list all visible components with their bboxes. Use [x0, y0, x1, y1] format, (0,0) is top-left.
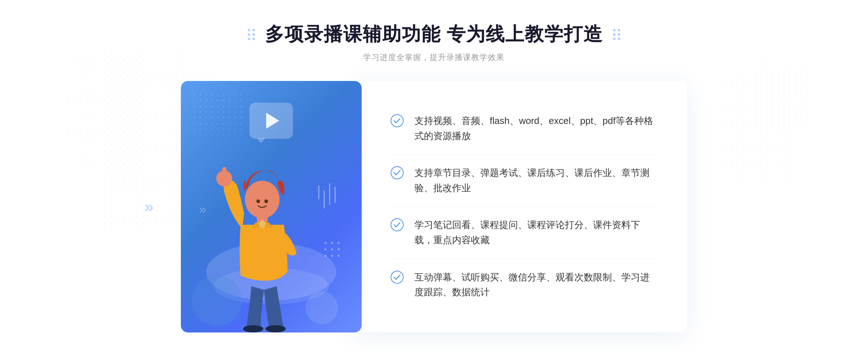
svg-point-17	[324, 242, 327, 244]
check-icon-4	[391, 271, 404, 284]
feature-text-4: 互动弹幕、试听购买、微信分享、观看次数限制、学习进度跟踪、数据统计	[414, 270, 658, 300]
page-subtitle: 学习进度全掌握，提升录播课教学效果	[248, 52, 620, 63]
left-chevron-deco: »	[145, 198, 153, 216]
svg-point-7	[243, 325, 263, 332]
feature-text-1: 支持视频、音频、flash、word、excel、ppt、pdf等各种格式的资源…	[414, 113, 658, 143]
svg-point-29	[391, 271, 403, 283]
svg-point-16	[306, 292, 338, 324]
check-icon-1	[391, 114, 404, 127]
right-title-deco	[613, 29, 620, 40]
features-panel: 支持视频、音频、flash、word、excel、ppt、pdf等各种格式的资源…	[354, 81, 687, 332]
svg-point-15	[192, 275, 242, 326]
svg-point-21	[331, 248, 333, 250]
feature-text-3: 学习笔记回看、课程提问、课程评论打分、课件资料下载，重点内容收藏	[414, 218, 658, 248]
svg-point-18	[331, 242, 333, 244]
svg-point-19	[337, 242, 340, 244]
svg-point-24	[331, 255, 333, 257]
check-icon-2	[391, 166, 404, 179]
feature-item-4: 互动弹幕、试听购买、微信分享、观看次数限制、学习进度跟踪、数据统计	[391, 259, 658, 311]
svg-point-14	[264, 199, 268, 203]
feature-item-1: 支持视频、音频、flash、word、excel、ppt、pdf等各种格式的资源…	[391, 103, 658, 155]
left-title-deco	[248, 29, 255, 40]
illustration-card: »	[181, 81, 362, 332]
svg-rect-5	[335, 187, 336, 203]
svg-rect-10	[222, 167, 226, 180]
main-content: »	[181, 81, 687, 332]
header-section: 多项录播课辅助功能 专为线上教学打造 学习进度全掌握，提升录播课教学效果	[248, 22, 620, 63]
bg-dots-right	[752, 58, 810, 130]
svg-point-28	[391, 219, 403, 231]
svg-point-20	[324, 248, 327, 250]
svg-point-25	[337, 255, 340, 257]
svg-point-13	[256, 199, 260, 203]
svg-point-27	[391, 167, 403, 179]
bg-dots-left	[65, 54, 145, 170]
person-illustration: »	[181, 81, 362, 332]
feature-text-2: 支持章节目录、弹题考试、课后练习、课后作业、章节测验、批改作业	[414, 166, 658, 196]
svg-point-8	[265, 325, 286, 332]
check-icon-3	[391, 218, 404, 231]
page-container: 多项录播课辅助功能 专为线上教学打造 学习进度全掌握，提升录播课教学效果	[0, 0, 868, 352]
header-title-row: 多项录播课辅助功能 专为线上教学打造	[248, 22, 620, 47]
svg-rect-4	[329, 183, 330, 205]
page-title: 多项录播课辅助功能 专为线上教学打造	[265, 22, 603, 47]
feature-item-2: 支持章节目录、弹题考试、课后练习、课后作业、章节测验、批改作业	[391, 155, 658, 207]
feature-item-3: 学习笔记回看、课程提问、课程评论打分、课件资料下载，重点内容收藏	[391, 207, 658, 259]
svg-point-22	[337, 248, 340, 250]
chevron-icon: »	[145, 198, 153, 215]
svg-rect-2	[318, 185, 319, 199]
illustration-card-inner: »	[181, 81, 362, 332]
svg-text:»: »	[199, 202, 206, 217]
svg-point-26	[391, 115, 403, 127]
svg-point-12	[245, 181, 280, 218]
svg-point-23	[324, 255, 327, 257]
svg-rect-3	[324, 190, 325, 209]
